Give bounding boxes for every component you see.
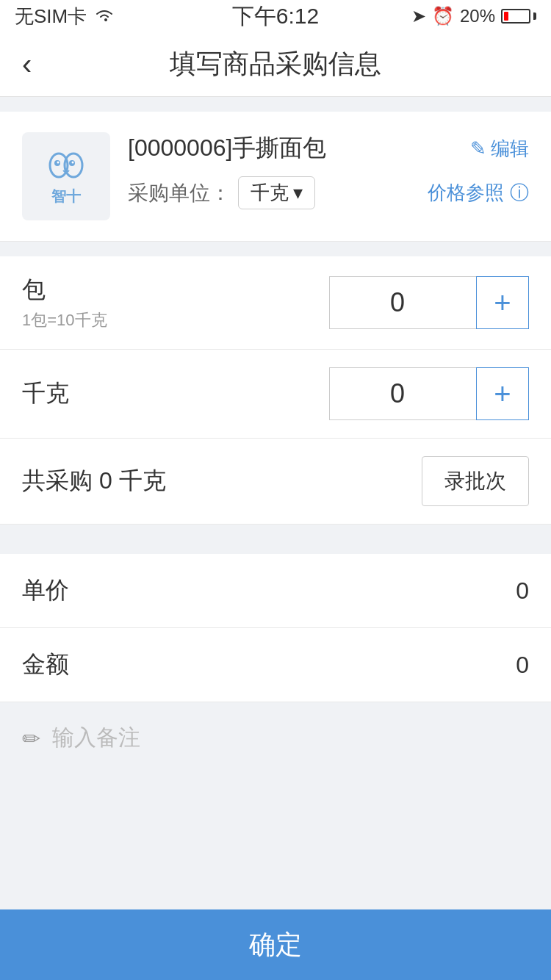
unit-select[interactable]: 千克 ▾: [238, 176, 315, 209]
back-button[interactable]: ‹: [22, 48, 32, 81]
page-title: 填写商品采购信息: [170, 46, 381, 82]
total-amount: 0: [99, 467, 112, 494]
status-time: 下午6:12: [232, 1, 319, 32]
info-icon: ⓘ: [510, 180, 529, 206]
wifi-icon: [94, 5, 115, 28]
status-bar: 无SIM卡 下午6:12 ➤ ⏰ 20%: [0, 0, 551, 32]
edit-label: 编辑: [491, 136, 529, 162]
alarm-icon: ⏰: [432, 6, 454, 26]
info-section: 单价 0 金额 0: [0, 554, 551, 702]
kg-quantity-input[interactable]: [329, 367, 476, 420]
battery-percent: 20%: [460, 6, 495, 26]
status-left: 无SIM卡: [15, 4, 115, 29]
section-divider-1: [0, 242, 551, 256]
price-label: 单价: [22, 574, 69, 607]
product-image: 智十: [22, 132, 110, 220]
total-prefix: 共采购: [22, 467, 93, 494]
product-info: [0000006]手撕面包 ✎ 编辑 采购单位： 千克 ▾ 价格参照 ⓘ: [128, 132, 529, 209]
pencil-icon: ✏: [22, 726, 40, 752]
bao-sublabel: 1包=10千克: [22, 309, 329, 331]
amount-label: 金额: [22, 649, 69, 681]
carrier-label: 无SIM卡: [15, 4, 87, 29]
battery-icon: [501, 9, 536, 24]
unit-value: 千克: [251, 180, 289, 206]
section-divider-2: [0, 525, 551, 539]
owl-logo-icon: [44, 147, 88, 184]
bao-label: 包: [22, 274, 329, 306]
total-text: 共采购 0 千克: [22, 465, 166, 497]
edit-icon: ✎: [470, 137, 486, 160]
price-ref-button[interactable]: 价格参照 ⓘ: [428, 180, 529, 206]
total-row: 共采购 0 千克 录批次: [0, 439, 551, 525]
price-row: 单价 0: [0, 554, 551, 628]
batch-button[interactable]: 录批次: [422, 456, 529, 506]
total-unit: 千克: [119, 467, 166, 494]
input-section: 包 1包=10千克 + 千克 +: [0, 256, 551, 439]
bao-plus-button[interactable]: +: [476, 276, 529, 329]
amount-row: 金额 0: [0, 628, 551, 702]
price-ref-label: 价格参照: [428, 180, 504, 206]
kg-label: 千克: [22, 378, 329, 410]
owl-text-label: 智十: [51, 187, 81, 206]
price-value: 0: [516, 577, 529, 605]
note-placeholder: 输入备注: [52, 723, 140, 753]
status-right: ➤ ⏰ 20%: [411, 6, 536, 26]
product-name: [0000006]手撕面包: [128, 132, 326, 165]
bao-quantity-input[interactable]: [329, 276, 476, 329]
svg-point-4: [57, 161, 60, 163]
bao-input-control: +: [329, 276, 529, 329]
kg-input-control: +: [329, 367, 529, 420]
confirm-button[interactable]: 确定: [0, 909, 551, 980]
kg-plus-button[interactable]: +: [476, 367, 529, 420]
product-card: 智十 [0000006]手撕面包 ✎ 编辑 采购单位： 千克 ▾ 价格参照 ⓘ: [0, 112, 551, 242]
unit-prefix: 采购单位：: [128, 179, 231, 207]
location-icon: ➤: [411, 6, 426, 26]
unit-label: 采购单位： 千克 ▾: [128, 176, 315, 209]
input-row-bao: 包 1包=10千克 +: [0, 256, 551, 350]
amount-value: 0: [516, 652, 529, 679]
nav-bar: ‹ 填写商品采购信息: [0, 32, 551, 97]
dropdown-arrow-icon: ▾: [293, 181, 303, 204]
input-row-kg: 千克 +: [0, 350, 551, 439]
svg-point-5: [72, 161, 74, 163]
edit-button[interactable]: ✎ 编辑: [470, 136, 529, 162]
